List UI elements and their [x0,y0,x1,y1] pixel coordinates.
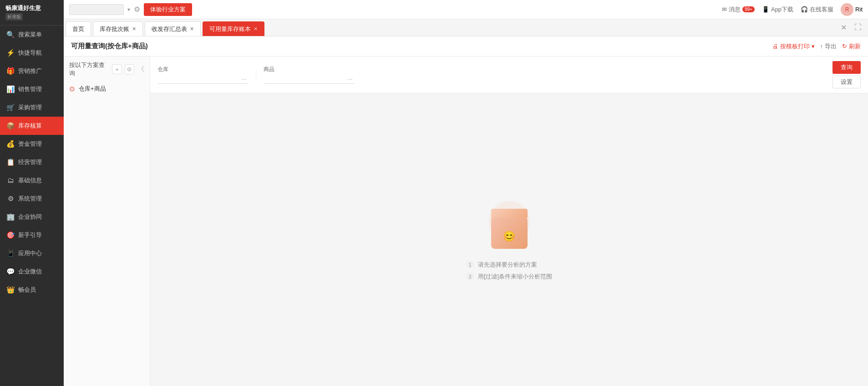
sidebar-label-vip: 畅会员 [18,286,36,294]
topbar-gear-icon[interactable]: ⚙ [134,5,140,14]
warehouse-more-icon[interactable]: ··· [239,75,249,82]
print-icon: 🖨 [772,43,778,50]
goods-input[interactable] [264,76,345,82]
online-service-button[interactable]: 🎧 在线客服 [801,5,833,14]
warehouse-input[interactable] [157,76,239,82]
mobile-icon: 📱 [762,6,769,13]
empty-illustration: 😊 [482,199,537,253]
sidebar-item-search[interactable]: 🔍搜索菜单 [0,26,64,44]
message-icon: ✉ [722,6,727,13]
sidebar-label-finance: 资金管理 [18,140,42,148]
marketing-icon: 🎁 [6,67,15,75]
user-menu[interactable]: R Rit [841,3,863,16]
filter-header-label: 按以下方案查询 [69,61,109,77]
hint-num-1: 1 [466,261,474,269]
sidebar-label-newuser: 新手引导 [18,231,42,239]
sidebar-label-marketing: 营销推广 [18,67,42,75]
shortcut-icon: ⚡ [6,49,15,57]
filter-add-button[interactable]: ＋ [112,64,122,74]
sidebar-item-finance[interactable]: 💰资金管理 [0,135,64,153]
filter-panel: 按以下方案查询 ＋ ⊙ 《 ⊙ 仓库+商品 [64,57,150,386]
goods-more-icon[interactable]: ··· [345,75,355,82]
app-download-button[interactable]: 📱 App下载 [762,5,793,14]
empty-hint-1: 1 请先选择要分析的方案 [466,261,552,269]
page-title: 可用量查询(按仓库+商品) [71,42,148,51]
enterprise-icon: 🏢 [6,213,15,221]
message-badge: 99+ [742,6,755,12]
sidebar-item-enterprise[interactable]: 🏢企业协同 [0,208,64,226]
sidebar-item-basic[interactable]: 🗂基础信息 [0,171,64,190]
sidebar-item-operation[interactable]: 📋经营管理 [0,153,64,171]
empty-state: 😊 1 请先选择要分析的方案 2 用[过滤]条件来缩小分析范围 [150,93,868,386]
sidebar-label-shortcut: 快捷导航 [18,49,42,57]
avatar: R [841,3,853,16]
trial-button[interactable]: 体验行业方案 [144,3,192,16]
filter-collapse-icon[interactable]: 《 [138,65,144,73]
print-chevron-icon[interactable]: ▾ [812,43,815,50]
warehouse-field: 仓库 ··· [157,66,249,84]
sidebar-label-appcenter: 应用中心 [18,249,42,257]
finance-icon: 💰 [6,140,15,148]
brand-name: 畅康通好生意 [5,5,58,12]
hint-num-2: 2 [466,273,474,281]
tabbar: 首页 库存批次账 ✕ 收发存汇总表 ✕ 可用量库存账本 ✕ ✕ ⛶ [64,19,868,36]
brand-tag: 标准版 [5,13,23,21]
sidebar-label-sales: 销售管理 [18,85,42,93]
hint-text-2: 用[过滤]条件来缩小分析范围 [478,273,552,281]
sidebar-label-wechat: 企业微信 [18,268,42,276]
username-label: Rit [855,6,863,13]
export-icon: ↑ [820,43,823,50]
appcenter-icon: 📱 [6,249,15,257]
warehouse-goods-icon: ⊙ [69,85,75,93]
tab-available-close-icon[interactable]: ✕ [254,26,258,32]
tab-summary[interactable]: 收发存汇总表 ✕ [145,21,201,36]
tab-batch[interactable]: 库存批次账 ✕ [93,21,143,36]
sidebar-item-marketing[interactable]: 🎁营销推广 [0,62,64,80]
export-label: 导出 [825,42,837,51]
message-button[interactable]: ✉ 消息 99+ [722,5,755,14]
sidebar-item-vip[interactable]: 👑畅会员 [0,281,64,299]
message-label: 消息 [729,5,741,14]
wechat-icon: 💬 [6,268,15,276]
tab-available[interactable]: 可用量库存账本 ✕ [203,21,264,36]
filter-item-warehouse-goods[interactable]: ⊙ 仓库+商品 [64,81,150,97]
tab-summary-close-icon[interactable]: ✕ [190,26,194,32]
page-header-actions: 🖨 按模板打印 ▾ ↑ 导出 ↻ 刷新 [772,42,861,51]
refresh-button[interactable]: ↻ 刷新 [842,42,861,51]
sidebar-item-system[interactable]: ⚙系统管理 [0,190,64,208]
filter-settings-button[interactable]: ⊙ [125,64,134,74]
sidebar-label-purchase: 采购管理 [18,103,42,112]
tab-close-all-button[interactable]: ✕ [837,21,850,34]
sidebar-item-newuser[interactable]: 🎯新手引导 [0,226,64,244]
query-button[interactable]: 查询 [832,61,861,74]
sidebar-label-basic: 基础信息 [18,176,42,185]
topbar-chevron-icon[interactable]: ▾ [127,6,130,13]
sidebar-item-purchase[interactable]: 🛒采购管理 [0,98,64,117]
sidebar-item-sales[interactable]: 📊销售管理 [0,80,64,98]
settings-button[interactable]: 设置 [832,76,861,88]
purchase-icon: 🛒 [6,103,15,112]
tab-batch-close-icon[interactable]: ✕ [132,26,136,32]
sidebar-label-enterprise: 企业协同 [18,213,42,221]
tab-home[interactable]: 首页 [66,21,91,36]
template-print-button[interactable]: 🖨 按模板打印 ▾ [772,42,815,51]
sidebar: 畅康通好生意 标准版 🔍搜索菜单⚡快捷导航🎁营销推广📊销售管理🛒采购管理📦库存核… [0,0,64,386]
topbar-right: ✉ 消息 99+ 📱 App下载 🎧 在线客服 R Rit [722,3,863,16]
sidebar-label-search: 搜索菜单 [18,31,42,39]
app-download-label: App下载 [771,5,793,14]
sidebar-item-appcenter[interactable]: 📱应用中心 [0,244,64,262]
topbar-search-input[interactable] [69,4,124,15]
sidebar-item-wechat[interactable]: 💬企业微信 [0,262,64,281]
hint-text-1: 请先选择要分析的方案 [478,261,537,269]
empty-face-icon: 😊 [503,231,515,242]
query-bar: 仓库 ··· 商品 ··· 查询 设置 [150,57,868,93]
tab-fullscreen-button[interactable]: ⛶ [852,21,864,34]
headset-icon: 🎧 [801,6,808,13]
inventory-icon: 📦 [6,122,15,130]
sidebar-item-shortcut[interactable]: ⚡快捷导航 [0,44,64,62]
tab-summary-label: 收发存汇总表 [152,25,187,33]
operation-icon: 📋 [6,158,15,166]
export-button[interactable]: ↑ 导出 [820,42,837,51]
filter-header: 按以下方案查询 ＋ ⊙ 《 [64,61,150,81]
sidebar-item-inventory[interactable]: 📦库存核算 [0,117,64,135]
